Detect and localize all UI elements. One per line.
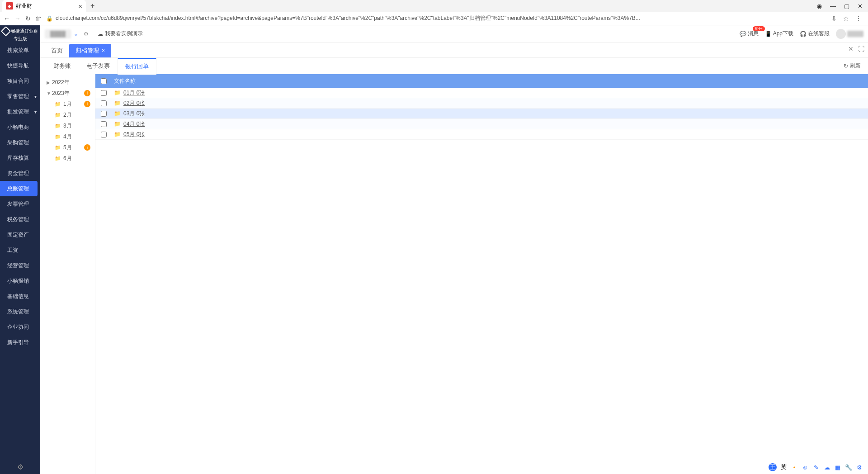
sidebar-item-7[interactable]: 库存核算 [0, 150, 40, 166]
sidebar-item-1[interactable]: 快捷导航 [0, 58, 40, 73]
file-name-link[interactable]: 01月 0张 [123, 89, 145, 97]
install-icon[interactable]: ⇩ [831, 15, 837, 22]
file-name-link[interactable]: 05月 0张 [123, 131, 145, 138]
sidebar-item-label: 搜索菜单 [7, 47, 29, 54]
sidebar-item-18[interactable]: 企业协同 [0, 319, 40, 335]
warning-badge-icon: i [84, 90, 90, 96]
chevron-down-icon: ▾ [34, 109, 37, 114]
sidebar-item-9[interactable]: 总账管理 [0, 181, 38, 196]
row-checkbox[interactable] [101, 121, 107, 127]
file-row-1[interactable]: 📁02月 0张 [95, 98, 868, 109]
shield-icon[interactable]: ◉ [817, 3, 822, 9]
sidebar-item-13[interactable]: 工资 [0, 242, 40, 258]
trash-icon[interactable]: 🗑 [35, 15, 42, 22]
fullscreen-icon[interactable]: ⛶ [858, 45, 864, 52]
sub-tab-2[interactable]: 银行回单 [118, 58, 156, 75]
row-checkbox[interactable] [101, 132, 107, 137]
sidebar-item-17[interactable]: 系统管理 [0, 304, 40, 319]
folder-icon: 📁 [55, 123, 61, 129]
file-row-2[interactable]: 📁03月 0张 [95, 109, 868, 119]
close-all-tabs-icon[interactable]: ✕ [848, 45, 854, 52]
app-download-label: App下载 [773, 30, 793, 38]
file-name-link[interactable]: 02月 0张 [123, 100, 145, 107]
sidebar-item-label: 总账管理 [7, 185, 29, 193]
user-menu[interactable] [836, 29, 863, 39]
maximize-icon[interactable]: ▢ [844, 3, 849, 9]
tree-month-5[interactable]: 📁6月 [40, 153, 95, 164]
folder-icon: 📁 [114, 110, 121, 117]
sidebar-item-0[interactable]: 搜索菜单 [0, 43, 40, 58]
sidebar-item-12[interactable]: 固定资产 [0, 227, 40, 242]
sidebar-item-6[interactable]: 采购管理 [0, 135, 40, 150]
close-icon[interactable]: × [102, 47, 105, 54]
sidebar-item-label: 采购管理 [7, 139, 29, 147]
org-selector[interactable]: ████ ⌄ ⚙ [45, 29, 89, 38]
ime-edit-icon[interactable]: ✎ [812, 463, 820, 471]
url-bar[interactable]: 🔒 cloud.chanjet.com/cc/u6d89qwnryel/57bf… [46, 13, 827, 24]
warning-badge-icon: i [84, 101, 90, 107]
tab-favicon-icon: ◆ [6, 2, 13, 9]
sidebar-item-2[interactable]: 项目合同 [0, 73, 40, 89]
page-tab-1[interactable]: 归档管理 × [69, 44, 111, 57]
page-tabs: 首页归档管理 × ✕ ⛶ [40, 43, 868, 58]
menu-icon[interactable]: ⋮ [855, 15, 862, 22]
page-tab-0[interactable]: 首页 [45, 44, 69, 57]
tab-close-icon[interactable]: × [78, 2, 82, 10]
ime-lang[interactable]: 英 [779, 463, 788, 471]
folder-icon: 📁 [114, 100, 121, 106]
sidebar-item-3[interactable]: 零售管理▾ [0, 89, 40, 104]
sidebar-item-15[interactable]: 小畅报销 [0, 273, 40, 289]
row-checkbox[interactable] [101, 100, 107, 106]
online-service-button[interactable]: 🎧 在线客服 [800, 30, 830, 38]
tree-year-0[interactable]: ▶2022年 [40, 77, 95, 88]
ime-panel-icon[interactable]: ▦ [834, 463, 842, 471]
sidebar-item-4[interactable]: 批发管理▾ [0, 104, 40, 119]
browser-tab[interactable]: ◆ 好业财 × [2, 0, 86, 12]
select-all-checkbox[interactable] [101, 78, 107, 84]
arrow-right-icon: ▶ [47, 80, 52, 85]
tree-month-2[interactable]: 📁3月 [40, 120, 95, 131]
tree-month-1[interactable]: 📁2月 [40, 109, 95, 120]
sub-tab-1[interactable]: 电子发票 [79, 58, 118, 74]
sidebar-item-8[interactable]: 资金管理 [0, 166, 40, 181]
sidebar-item-14[interactable]: 经营管理 [0, 258, 40, 273]
gear-icon[interactable]: ⚙ [84, 31, 89, 37]
reload-icon[interactable]: ↻ [25, 15, 31, 22]
tree-month-4[interactable]: 📁5月i [40, 142, 95, 153]
back-icon[interactable]: ← [4, 15, 10, 22]
sidebar-item-5[interactable]: 小畅电商 [0, 119, 40, 135]
messages-button[interactable]: 💬 消息 99+ [740, 30, 759, 38]
year-tree: ▶2022年▼2023年i📁1月i📁2月📁3月📁4月📁5月i📁6月 [40, 74, 95, 474]
close-window-icon[interactable]: ✕ [858, 3, 863, 9]
tree-month-0[interactable]: 📁1月i [40, 99, 95, 109]
app-download-button[interactable]: 📱 App下载 [765, 30, 793, 38]
minimize-icon[interactable]: — [830, 3, 836, 9]
file-row-0[interactable]: 📁01月 0张 [95, 88, 868, 98]
file-name-link[interactable]: 04月 0张 [123, 120, 145, 128]
sidebar-item-11[interactable]: 税务管理 [0, 212, 40, 227]
sidebar-item-10[interactable]: 发票管理 [0, 196, 40, 212]
sidebar-item-19[interactable]: 新手引导 [0, 335, 40, 350]
settings-gear-icon[interactable]: ⚙ [0, 460, 40, 474]
sidebar-item-label: 小畅报销 [7, 277, 29, 285]
refresh-button[interactable]: ↻ 刷新 [844, 62, 861, 70]
ime-cloud-icon[interactable]: ☁ [823, 463, 831, 471]
star-icon[interactable]: ☆ [843, 15, 849, 22]
sub-tab-0[interactable]: 财务账 [46, 58, 79, 74]
ime-punct-icon[interactable]: • [790, 463, 798, 471]
sidebar-item-16[interactable]: 基础信息 [0, 289, 40, 304]
demo-link[interactable]: ☁ 我要看实例演示 [98, 30, 143, 38]
tree-month-label: 3月 [63, 122, 72, 130]
tree-year-1[interactable]: ▼2023年i [40, 88, 95, 99]
ime-settings-icon[interactable]: ⚙ [855, 463, 863, 471]
file-row-4[interactable]: 📁05月 0张 [95, 129, 868, 140]
new-tab-icon[interactable]: + [90, 2, 94, 10]
ime-tool-icon[interactable]: 🔧 [844, 463, 853, 471]
ime-emoji-icon[interactable]: ☺ [801, 463, 809, 471]
file-row-3[interactable]: 📁04月 0张 [95, 119, 868, 129]
file-name-link[interactable]: 03月 0张 [123, 110, 145, 118]
row-checkbox[interactable] [101, 111, 107, 117]
ime-badge-icon[interactable]: 王 [769, 463, 777, 471]
row-checkbox[interactable] [101, 90, 107, 96]
tree-month-3[interactable]: 📁4月 [40, 131, 95, 142]
